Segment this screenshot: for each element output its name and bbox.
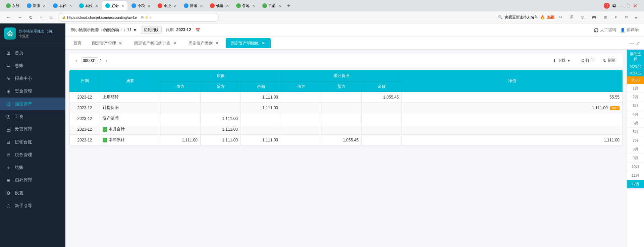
period-month-12[interactable]: 12月	[627, 180, 644, 189]
scissors-btn[interactable]: ✂	[556, 14, 565, 20]
period-month-6[interactable]: 6月	[627, 128, 644, 136]
refresh-button[interactable]: ↻	[27, 14, 35, 21]
period-date-1[interactable]: 2023.12	[627, 64, 644, 70]
tab-close-fixed-cat[interactable]: ✕	[215, 41, 219, 46]
close-window-btn[interactable]: ✕	[633, 3, 637, 9]
period-month-3[interactable]: 3月	[627, 102, 644, 110]
period-date-2[interactable]: 2023.12	[627, 70, 644, 76]
tab-close-new[interactable]: ✕	[43, 4, 46, 8]
browser-tab-corp[interactable]: 企业 ✕	[154, 1, 180, 10]
prev-page-button[interactable]: ‹	[73, 57, 79, 64]
print-button[interactable]: 🖨 打印	[578, 56, 596, 65]
expand-pane-btn[interactable]: ⤢	[636, 41, 640, 46]
restore-window-btn[interactable]: ⧉	[612, 3, 616, 9]
grid-btn[interactable]: ⊞	[601, 14, 609, 20]
period-month-8[interactable]: 8月	[627, 145, 644, 154]
tab-close-gedi[interactable]: ✕	[252, 4, 255, 8]
period-year-2023[interactable]: 2023	[627, 76, 644, 84]
page-tab-fixed-dep[interactable]: 固定资产折旧统计表 ✕	[129, 38, 182, 48]
sidebar: 会 刘小艳演示账套（勿删勿动！）11 专业版 ⊞ 首页 ≡ 总账 ∿ 报表中心 …	[0, 23, 65, 247]
sidebar-item-report[interactable]: ∿ 报表中心	[0, 72, 65, 85]
cell-orig-balance-5: 1,111.00	[241, 135, 281, 145]
tab-close-fixed-mgmt[interactable]: ✕	[118, 41, 123, 46]
tab-close-haohui[interactable]: ✕	[121, 4, 124, 8]
switch-version-button[interactable]: 切到旧版	[141, 26, 162, 34]
table-wrapper: 日期 摘要 原值 累计折旧 净值 借方 贷方 余额 借方	[69, 70, 623, 145]
sidebar-item-archive[interactable]: ⊕ 归档管理	[0, 174, 65, 187]
tab-close-muqian[interactable]: ✕	[278, 4, 281, 8]
sidebar-item-fixed[interactable]: ⊡ 固定资产	[0, 98, 65, 110]
menu-btn[interactable]: ≡	[633, 15, 640, 20]
period-month-10[interactable]: 10月	[627, 163, 644, 171]
maximize-window-btn[interactable]: □	[627, 3, 630, 9]
period-month-4[interactable]: 4月	[627, 110, 644, 119]
period-month-9[interactable]: 9月	[627, 154, 644, 163]
browser-tab-getax[interactable]: 个税 ✕	[128, 1, 154, 10]
game-btn[interactable]: 🎮	[589, 14, 599, 20]
browser-tab-muqian[interactable]: 目前 ✕	[259, 1, 284, 10]
translate-btn[interactable]: 译	[567, 14, 576, 20]
period-header[interactable]: 期间选择	[627, 50, 644, 64]
minimize-window-btn[interactable]: —	[619, 3, 624, 9]
asset-code-input[interactable]	[81, 57, 98, 64]
period-month-7[interactable]: 7月	[627, 136, 644, 145]
sidebar-item-settings[interactable]: ⚙ 设置	[0, 187, 65, 199]
period-month-2[interactable]: 2月	[627, 93, 644, 102]
sidebar-item-close[interactable]: ⎆ 结账	[0, 161, 65, 174]
tab-close-yidai2[interactable]: ✕	[95, 4, 98, 8]
period-label: 账期 2023-12	[166, 27, 191, 33]
tab-close-yidai1[interactable]: ✕	[69, 4, 72, 8]
company-selector[interactable]: 刘小艳演示账套（勿删勿动！）11 ▼	[71, 27, 137, 33]
sidebar-item-funds[interactable]: ◈ 资金管理	[0, 85, 65, 98]
address-bar-row: ← → ↻ ⌂ ☆ 🔒 https://cloud.chanjet.com/ac…	[0, 11, 644, 23]
browser-tab-gedi[interactable]: 各地 ✕	[233, 1, 258, 10]
sidebar-item-invoice[interactable]: ▤ 发票管理	[0, 123, 65, 136]
col-sub-dep-debit: 借方	[281, 82, 321, 92]
tab-close-tencent[interactable]: ✕	[200, 4, 203, 8]
home-button[interactable]: ⌂	[38, 14, 44, 21]
next-page-button[interactable]: ›	[104, 57, 110, 64]
page-tab-fixed-detail[interactable]: 固定资产明细账 ✕	[226, 38, 271, 48]
tab-close-fixed-dep[interactable]: ✕	[172, 41, 177, 46]
history-btn[interactable]: ↺	[622, 14, 631, 20]
calendar-icon[interactable]: 📅	[195, 28, 200, 33]
sidebar-item-ledger[interactable]: ≡ 总账	[0, 59, 65, 72]
user-profile[interactable]: 👤 徐译华	[620, 27, 639, 33]
sidebar-item-tax[interactable]: ♾ 税务管理	[0, 148, 65, 161]
tab-close-fixed-detail[interactable]: ✕	[261, 41, 266, 46]
period-month-11[interactable]: 11月	[627, 171, 644, 180]
browser-tab-online[interactable]: 在线	[3, 1, 23, 10]
address-box[interactable]: 🔒 https://cloud.chanjet.com/accounting/u…	[58, 13, 219, 22]
forward-button[interactable]: →	[15, 14, 24, 21]
period-month-1[interactable]: 1月	[627, 84, 644, 93]
tab-home[interactable]: 首页	[69, 38, 86, 48]
page-tab-fixed-cat[interactable]: 固定资产类别 ✕	[183, 38, 224, 48]
page-tab-fixed-mgmt[interactable]: 固定资产管理 ✕	[87, 38, 128, 48]
browser-tab-yidai1[interactable]: 易代 ✕	[50, 1, 75, 10]
sun-btn[interactable]: ☀	[611, 14, 620, 20]
browser-tab-tencent[interactable]: 腾讯 ✕	[180, 1, 206, 10]
minimize-pane-btn[interactable]: —	[629, 41, 634, 46]
tab-close-changpai[interactable]: ✕	[226, 4, 229, 8]
sidebar-item-trade[interactable]: ⊟ 进销台账	[0, 136, 65, 148]
refresh-data-button[interactable]: ↻ 刷新	[600, 56, 619, 65]
tab-add-button[interactable]: +	[285, 3, 292, 9]
download-button[interactable]: ⬇ 下载 ▼	[550, 56, 574, 65]
browser-tab-haohui[interactable]: 好会 ✕	[102, 1, 127, 10]
browser-tab-new[interactable]: 新版 ✕	[23, 1, 49, 10]
tab-label-fixed-dep: 固定资产折旧统计表	[134, 41, 170, 46]
cell-net-value-5: 1,111.00	[402, 135, 623, 145]
period-month-5[interactable]: 5月	[627, 119, 644, 128]
sidebar-item-salary[interactable]: ◎ 工资	[0, 110, 65, 123]
browser-tab-changpai[interactable]: 畅排 ✕	[207, 1, 232, 10]
browser-tab-yidai2[interactable]: 易代 ✕	[76, 1, 101, 10]
bookmark-button[interactable]: ☆	[47, 14, 55, 21]
tab-close-corp[interactable]: ✕	[174, 4, 176, 8]
col-header-net-value: 净值	[402, 70, 623, 92]
shield-btn[interactable]: 🛡	[578, 15, 587, 20]
tab-close-getax[interactable]: ✕	[148, 4, 150, 8]
sidebar-item-home[interactable]: ⊞ 首页	[0, 47, 65, 59]
back-button[interactable]: ←	[4, 14, 13, 21]
sidebar-item-guide[interactable]: ◌ 新手引导	[0, 199, 65, 212]
service-button[interactable]: 🎧 人工咨询	[594, 27, 616, 33]
